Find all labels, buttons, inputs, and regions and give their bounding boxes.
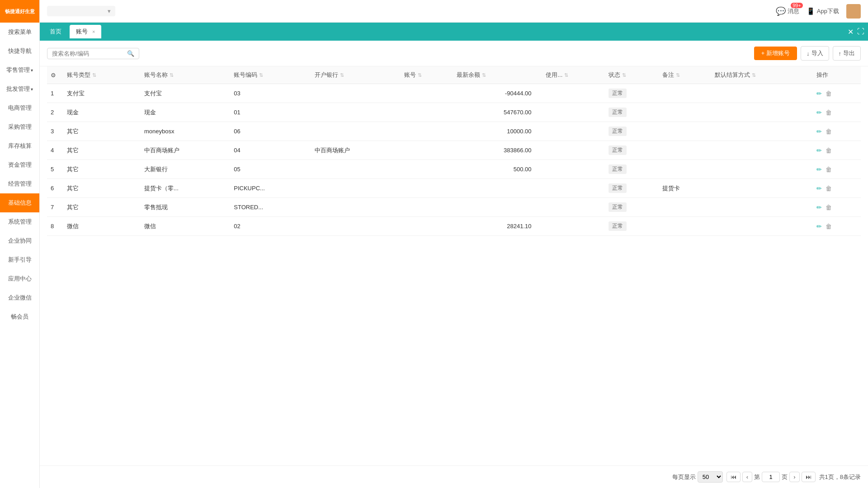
th-account[interactable]: 账号⇅ (401, 66, 453, 84)
sidebar-item-system-mgmt[interactable]: 系统管理 (0, 212, 39, 231)
sidebar-item-purchase-mgmt[interactable]: 采购管理 (0, 117, 39, 136)
sidebar-item-search-menu[interactable]: 搜索菜单 (0, 23, 39, 42)
cell-id: 2 (47, 103, 63, 122)
delete-icon[interactable]: 🗑 (826, 147, 832, 154)
delete-icon[interactable]: 🗑 (826, 223, 832, 230)
account-table-container: ⚙ 账号类型⇅ 账号名称⇅ 账号编码⇅ 开户银行⇅ 账号⇅ 最新余额⇅ 使用..… (40, 66, 868, 465)
page-number-input[interactable] (762, 472, 780, 482)
account-search-box[interactable]: 🔍 (47, 48, 139, 59)
sort-settle-icon: ⇅ (752, 73, 756, 78)
sort-code-icon: ⇅ (259, 73, 263, 78)
delete-icon[interactable]: 🗑 (826, 204, 832, 211)
delete-icon[interactable]: 🗑 (826, 90, 832, 97)
th-bank[interactable]: 开户银行⇅ (311, 66, 401, 84)
th-settings[interactable]: ⚙ (47, 66, 63, 84)
sidebar-item-finance-mgmt[interactable]: 资金管理 (0, 155, 39, 174)
th-remark[interactable]: 备注⇅ (659, 66, 711, 84)
sidebar-item-corp-agreement[interactable]: 企业协同 (0, 231, 39, 250)
account-search-input[interactable] (52, 50, 124, 57)
tab-home[interactable]: 首页 (43, 25, 68, 38)
cell-action: ✏ 🗑 (813, 103, 861, 122)
cell-status: 正常 (605, 160, 658, 179)
search-icon[interactable]: 🔍 (127, 50, 134, 57)
page-first-btn[interactable]: ⏮ (726, 472, 741, 482)
cell-bank (311, 217, 401, 236)
sidebar-item-wholesale-mgmt[interactable]: 批发管理 ▾ (0, 80, 39, 99)
sidebar-item-inventory[interactable]: 库存核算 (0, 136, 39, 155)
th-usage[interactable]: 使用...⇅ (542, 66, 605, 84)
tab-account-close[interactable]: × (92, 29, 95, 34)
cell-code: 01 (230, 103, 311, 122)
sidebar-item-new-guide[interactable]: 新手引导 (0, 250, 39, 269)
topbar-app-download-btn[interactable]: 📱 App下载 (807, 7, 839, 15)
edit-icon[interactable]: ✏ (816, 166, 822, 173)
delete-icon[interactable]: 🗑 (826, 128, 832, 135)
cell-name: 大新银行 (141, 160, 230, 179)
sidebar-item-retail-mgmt[interactable]: 零售管理 ▾ (0, 61, 39, 80)
sidebar-item-ops-mgmt[interactable]: 经营管理 (0, 174, 39, 193)
cell-settle (711, 198, 813, 217)
cell-remark (659, 160, 711, 179)
th-type[interactable]: 账号类型⇅ (63, 66, 141, 84)
edit-icon[interactable]: ✏ (816, 128, 822, 135)
cell-account (401, 217, 453, 236)
tab-account[interactable]: 账号 × (70, 25, 101, 38)
edit-icon[interactable]: ✏ (816, 223, 822, 230)
page-last-btn[interactable]: ⏭ (802, 472, 816, 482)
cell-action: ✏ 🗑 (813, 198, 861, 217)
page-next-btn[interactable]: › (789, 472, 799, 482)
per-page-select[interactable]: 50 100 (698, 471, 723, 483)
cell-id: 6 (47, 179, 63, 198)
user-avatar[interactable] (846, 4, 861, 19)
page-size-selector[interactable]: 每页显示 50 100 (672, 471, 723, 483)
cell-id: 1 (47, 84, 63, 103)
retail-mgmt-label: 零售管理 (6, 66, 30, 74)
th-balance[interactable]: 最新余额⇅ (453, 66, 542, 84)
cell-bank (311, 84, 401, 103)
topbar-search-input[interactable] (52, 8, 106, 14)
sidebar-item-ecommerce-mgmt[interactable]: 电商管理 (0, 99, 39, 117)
edit-icon[interactable]: ✏ (816, 185, 822, 192)
topbar-dropdown-icon[interactable]: ▾ (108, 8, 111, 14)
topbar-search-box[interactable]: ▾ (47, 6, 115, 16)
edit-icon[interactable]: ✏ (816, 204, 822, 211)
edit-icon[interactable]: ✏ (816, 90, 822, 97)
sidebar-item-corp-wechat[interactable]: 企业微信 (0, 288, 39, 307)
cell-code: STORED... (230, 198, 311, 217)
cell-bank (311, 179, 401, 198)
th-settle[interactable]: 默认结算方式⇅ (711, 66, 813, 84)
cell-bank (311, 198, 401, 217)
sidebar-item-app-center[interactable]: 应用中心 (0, 269, 39, 288)
settings-icon[interactable]: ⚙ (51, 72, 56, 79)
sidebar-item-quick-nav[interactable]: 快捷导航 (0, 42, 39, 61)
topbar-message-btn[interactable]: 💬 99+ 消息 (776, 6, 799, 16)
delete-icon[interactable]: 🗑 (826, 185, 832, 192)
sidebar-item-basic-info[interactable]: 基础信息 (0, 193, 39, 212)
th-code[interactable]: 账号编码⇅ (230, 66, 311, 84)
tab-home-label: 首页 (50, 28, 61, 36)
delete-icon[interactable]: 🗑 (826, 109, 832, 116)
add-account-button[interactable]: + 新增账号 (754, 47, 797, 60)
th-status[interactable]: 状态⇅ (605, 66, 658, 84)
tabbar-close-icon[interactable]: ✕ (848, 28, 854, 36)
sort-balance-icon: ⇅ (482, 73, 486, 78)
page-prev-btn[interactable]: ‹ (742, 472, 752, 482)
cell-name: 微信 (141, 217, 230, 236)
cell-action: ✏ 🗑 (813, 217, 861, 236)
th-name[interactable]: 账号名称⇅ (141, 66, 230, 84)
cell-id: 4 (47, 141, 63, 160)
tab-account-label: 账号 (76, 28, 88, 36)
edit-icon[interactable]: ✏ (816, 109, 822, 116)
import-button[interactable]: ↓ 导入 (801, 46, 829, 61)
cell-type: 其它 (63, 179, 141, 198)
table-row: 2 现金 现金 01 547670.00 正常 ✏ 🗑 (47, 103, 861, 122)
edit-icon[interactable]: ✏ (816, 147, 822, 154)
sidebar-item-member[interactable]: 畅会员 (0, 307, 39, 326)
cell-name: 中百商场账户 (141, 141, 230, 160)
cell-account (401, 198, 453, 217)
export-button[interactable]: ↑ 导出 (833, 46, 861, 61)
tabbar-expand-icon[interactable]: ⛶ (857, 28, 864, 36)
delete-icon[interactable]: 🗑 (826, 166, 832, 173)
cell-name: moneybosx (141, 122, 230, 141)
export-icon: ↑ (839, 50, 842, 57)
